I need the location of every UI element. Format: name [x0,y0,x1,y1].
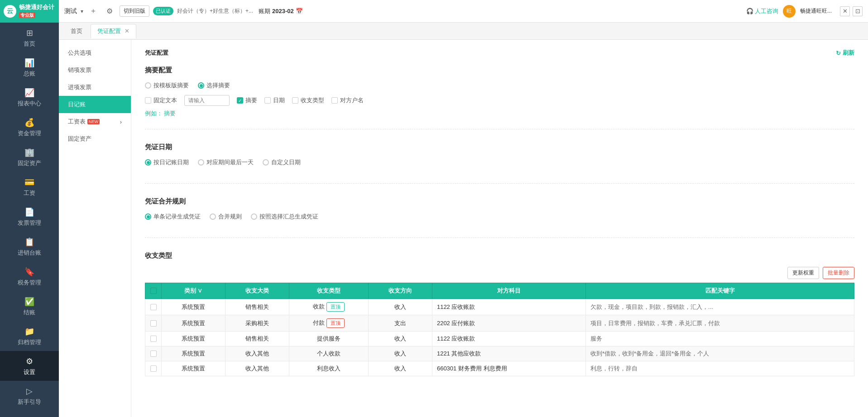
summary-radio-group: 按模板版摘要 选择摘要 [145,81,854,90]
type-tag-1[interactable]: 置顶 [326,318,345,328]
sidebar-item-label: 工资 [24,189,35,197]
radio-custom-date[interactable]: 自定义日期 [263,158,301,166]
sidebar-item-ledger[interactable]: 📊 总账 [0,52,59,82]
sidebar-item-fixed-assets[interactable]: 🏢 固定资产 [0,142,59,172]
topbar-account-type: 好会计（专）+好生意（标）+... [177,7,253,15]
left-nav-public[interactable]: 公共选项 [59,44,131,62]
topbar-settings-btn[interactable]: ⚙ [103,5,116,18]
sidebar-item-purchase-sales[interactable]: 📋 进销台账 [0,232,59,261]
radio-single-record-circle [145,213,151,220]
invoices-icon: 📄 [24,207,34,217]
radio-period-last-day[interactable]: 对应期间最后一天 [198,158,254,166]
row-checkbox[interactable] [145,332,162,346]
topbar-avatar[interactable]: 旺 [783,5,796,18]
tab-voucher-config[interactable]: 凭证配置 ✕ [91,24,136,38]
topbar-old-version-btn[interactable]: 切到旧版 [120,5,149,17]
sidebar-item-label: 新手引导 [18,398,41,406]
radio-aggregate[interactable]: 按照选择汇总生成凭证 [251,213,318,221]
radio-custom-date-circle [263,159,269,166]
left-nav-sales-invoice[interactable]: 销项发票 [59,62,131,79]
refresh-icon: ↻ [836,50,841,57]
sidebar-item-funds[interactable]: 💰 资金管理 [0,112,59,142]
checkbox-date[interactable]: 日期 [264,96,285,104]
topbar-dropdown[interactable]: ▾ [81,8,83,14]
example-text: 例如： 摘要 [145,109,854,118]
type-tag-0[interactable]: 置顶 [326,302,345,312]
radio-merge-rule[interactable]: 合并规则 [210,213,242,221]
expand-icon: › [120,118,122,125]
table-header-checkbox[interactable] [150,288,157,294]
headset-icon: 🎧 [746,8,753,14]
sidebar-item-label: 发票管理 [18,219,41,227]
batch-delete-btn[interactable]: 批量删除 [823,267,854,279]
left-nav-payroll[interactable]: 工资表 NEW › [59,113,131,130]
radio-single-record[interactable]: 单条记录生成凭证 [145,213,201,221]
row-checkbox[interactable] [145,299,162,315]
row-checkbox[interactable] [145,361,162,376]
sidebar-item-reports[interactable]: 📈 报表中心 [0,82,59,112]
col-direction: 收支方向 [368,283,432,299]
topbar-title: 测试 [64,7,77,15]
sidebar-item-invoices[interactable]: 📄 发票管理 [0,202,59,232]
reports-icon: 📈 [24,88,34,98]
sidebar-item-close-accounts[interactable]: ✅ 结账 [0,291,59,321]
sidebar-item-settings[interactable]: ⚙ 设置 [0,351,59,381]
date-title: 凭证日期 [145,143,854,152]
radio-circle-checked [198,82,204,89]
left-nav-journal[interactable]: 日记账 [59,96,131,113]
topbar-add-btn[interactable]: ＋ [87,5,100,18]
sidebar-item-salary[interactable]: 💳 工资 [0,172,59,202]
window-maximize-btn[interactable]: ⊡ [853,6,863,16]
checkbox-summary[interactable]: ✓ 摘要 [237,96,257,104]
sidebar-item-label: 报表中心 [18,100,41,108]
sidebar-item-guide[interactable]: ▷ 新手引导 [0,381,59,411]
radio-aggregate-circle [251,213,257,220]
sidebar-item-tax[interactable]: 🔖 税务管理 [0,261,59,291]
sidebar-item-member[interactable]: ♛ 畅会员 [0,411,59,417]
purchase-sales-icon: 📋 [24,237,34,247]
checkbox-summary-box: ✓ [237,97,243,104]
sidebar-item-home[interactable]: ⊞ 首页 [0,23,59,52]
radio-journal-date[interactable]: 按日记账日期 [145,158,189,166]
col-category: 类别 ∨ [162,283,225,299]
new-badge: NEW [87,119,100,124]
tab-home[interactable]: 首页 [64,24,89,38]
refresh-btn[interactable]: ↻ 刷新 [836,49,854,57]
income-expense-section: 收支类型 更新权重 批量删除 类别 ∨ 收支大类 收支类型 [145,251,854,388]
checkbox-date-box [264,97,271,104]
row-checkbox[interactable] [145,346,162,361]
radio-journal-date-circle [145,159,151,166]
sidebar: 云 畅捷通好会计 专业版 ⊞ 首页 📊 总账 📈 报表中心 💰 资金管理 🏢 固… [0,0,59,417]
date-section: 凭证日期 按日记账日期 对应期间最后一天 自定义日期 [145,143,854,184]
sidebar-item-label: 首页 [24,40,35,48]
salary-icon: 💳 [24,177,34,187]
logo-icon: 云 [4,5,16,18]
window-close-btn[interactable]: ✕ [840,6,850,16]
logo-sub: 专业版 [19,12,35,18]
sidebar-item-archive[interactable]: 📁 归档管理 [0,321,59,351]
table-row: 系统预置 采购相关 付款 置顶 支出 2202 应付账款 项目，日常费用，报销款… [145,315,854,332]
income-expense-table: 类别 ∨ 收支大类 收支类型 收支方向 对方科目 匹配关键字 [145,283,854,376]
left-nav-fixed-assets[interactable]: 固定资产 [59,130,131,147]
fixed-text-input[interactable] [184,95,230,106]
topbar-calendar-icon[interactable]: 📅 [296,8,303,14]
checkbox-counterparty-box [331,97,338,104]
sidebar-item-label: 资金管理 [18,129,41,137]
funds-icon: 💰 [24,118,34,128]
topbar-period: 账期 2023-02 📅 [259,7,303,15]
tab-close-btn[interactable]: ✕ [125,28,129,34]
topbar-support[interactable]: 🎧 人工咨询 [746,7,778,15]
checkbox-fixed-text[interactable]: 固定文本 [145,96,177,104]
checkbox-counterparty[interactable]: 对方户名 [331,96,364,104]
settings-icon: ⚙ [26,356,33,366]
logo-name: 畅捷通好会计 [19,4,54,11]
radio-select-summary[interactable]: 选择摘要 [198,81,230,90]
col-keywords: 匹配关键字 [586,283,854,299]
update-weight-btn[interactable]: 更新权重 [787,267,819,279]
content-wrapper: 公共选项 销项发票 进项发票 日记账 工资表 NEW › 固定资产 凭证 [59,40,868,417]
logo: 云 畅捷通好会计 专业版 [0,0,59,23]
checkbox-income-type[interactable]: 收支类型 [292,96,324,104]
row-checkbox[interactable] [145,315,162,332]
left-nav-purchase-invoice[interactable]: 进项发票 [59,79,131,96]
radio-template-summary[interactable]: 按模板版摘要 [145,81,189,90]
